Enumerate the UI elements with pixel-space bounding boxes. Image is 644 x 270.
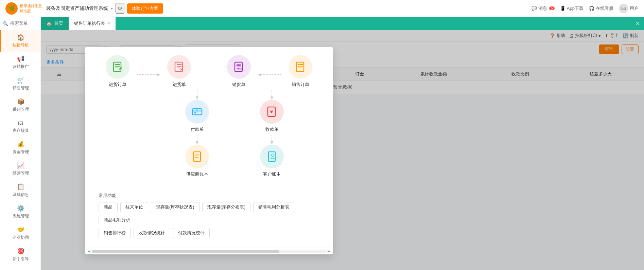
purchase-bill-circle	[167, 55, 191, 79]
guide-icon: 🎯	[17, 247, 24, 255]
func-btn-sales-rank[interactable]: 销售排行榜	[99, 228, 131, 238]
home-icon: 🏠	[17, 34, 24, 41]
flow-node-sales-bill[interactable]: 销货单	[220, 55, 258, 88]
tab-sales-order[interactable]: 销售订单执行表 ×	[69, 17, 116, 30]
supplier-ledger-circle	[185, 145, 209, 168]
flow-node-payment[interactable]: ¥ 付款单	[173, 100, 221, 132]
func-btn-stock-status[interactable]: 现存量(库存状况表)	[151, 202, 199, 212]
tab-close-icon[interactable]: ×	[108, 21, 110, 26]
operation-icon: 📈	[17, 162, 24, 169]
func-btn-product-gross[interactable]: 商品毛利分析	[99, 215, 135, 225]
scrollbar-thumb[interactable]	[92, 250, 279, 253]
sidebar-item-system[interactable]: ⚙️ 系统管理	[0, 201, 40, 222]
svg-marker-37	[271, 141, 273, 145]
func-btn-stock-dist[interactable]: 现存量(库存分布表)	[202, 202, 251, 212]
sidebar-item-enterprise[interactable]: 🤝 企业协同	[0, 222, 40, 244]
svg-marker-35	[196, 141, 198, 145]
func-btn-payment-stats[interactable]: 付款情况统计	[173, 228, 210, 238]
func-btn-sales-gross[interactable]: 销售毛利分析表	[253, 202, 294, 212]
inventory-icon: 🗂	[18, 119, 24, 126]
flow-node-customer-ledger[interactable]: 客户账本	[248, 145, 296, 177]
header-right: 💬 消息 5 📱 App下载 🎧 在线客服 Ea 用户	[532, 4, 639, 13]
search-icon: 🔍	[3, 21, 8, 26]
scroll-right-icon[interactable]: ▶	[328, 249, 330, 253]
arrow-1	[137, 66, 160, 77]
svg-marker-25	[196, 96, 198, 100]
svg-text:¥: ¥	[270, 109, 273, 114]
app-download-btn[interactable]: 📱 App下载	[560, 5, 584, 12]
sidebar-search[interactable]: 🔍 搜索菜单	[0, 17, 40, 30]
func-btn-receipt-stats[interactable]: 收款情况统计	[134, 228, 170, 238]
modal-box: 进货订单	[85, 47, 333, 254]
sales-order-circle	[289, 55, 312, 79]
flow-row-1: 进货订单	[99, 55, 319, 88]
payment-circle: ¥	[185, 100, 209, 124]
modal-content: 进货订单	[85, 47, 333, 248]
user-area[interactable]: Ea 用户	[619, 4, 639, 13]
sales-bill-circle	[227, 55, 251, 79]
headset-icon: 🎧	[589, 6, 594, 11]
system-icon: ⚙️	[17, 204, 24, 212]
svg-rect-20	[296, 62, 304, 72]
svg-text:¥: ¥	[196, 109, 198, 112]
system-dropdown-icon[interactable]: ▾	[111, 6, 113, 11]
modal-overlay[interactable]: 进货订单	[41, 30, 644, 270]
svg-rect-30	[194, 112, 196, 113]
sidebar-item-marketing[interactable]: 📢 营销推广	[0, 52, 40, 73]
svg-rect-6	[175, 62, 182, 72]
modal-scrollbar: ◀ ▶	[85, 248, 333, 254]
func-btns-row-2: 销售排行榜 收款情况统计 付款情况统计	[99, 228, 319, 238]
sidebar-item-quick-nav[interactable]: 🏠 快捷导航	[0, 30, 40, 52]
flow-node-purchase-bill[interactable]: 进货单	[160, 55, 198, 88]
message-icon: 💬	[532, 6, 537, 11]
flow-node-receipt[interactable]: ¥ 收款单	[248, 100, 296, 132]
basic-icon: 📋	[17, 183, 24, 191]
home-tab-icon: 🏠	[46, 21, 52, 26]
flow-diagram: 进货订单	[99, 55, 319, 180]
svg-marker-19	[258, 73, 261, 76]
trial-button[interactable]: 体验行业方案	[127, 3, 163, 14]
content-area: 🏠 首页 销售订单执行表 × ✕ ❓ 帮助 🖨 按模板打印 ▾	[41, 17, 644, 270]
sidebar-item-basic[interactable]: 📋 基础信息	[0, 180, 40, 201]
logo-area: 🌿 畅康通好生意 标准版	[5, 2, 46, 15]
close-all-tabs-btn[interactable]: ✕	[636, 20, 640, 27]
logo-text: 畅康通好生意 标准版	[20, 3, 42, 13]
tab-home[interactable]: 🏠 首页	[41, 17, 69, 30]
sidebar-item-operation[interactable]: 📈 经营管理	[0, 158, 40, 180]
flow-node-sales-order[interactable]: 销售订单	[281, 55, 319, 88]
scrollbar-track[interactable]	[92, 250, 326, 253]
func-btn-counterpart[interactable]: 往来单位	[120, 202, 148, 212]
marketing-icon: 📢	[17, 55, 24, 62]
finance-icon: 💰	[17, 140, 24, 148]
sidebar: 🔍 搜索菜单 🏠 快捷导航 📢 营销推广 🛒 销售管理 📦 采购管理 🗂 库存核…	[0, 17, 41, 270]
svg-marker-5	[157, 73, 160, 76]
scroll-left-icon[interactable]: ◀	[88, 249, 90, 253]
message-btn[interactable]: 💬 消息 5	[532, 5, 555, 12]
sidebar-item-guide[interactable]: 🎯 新手引导	[0, 244, 40, 265]
svg-rect-39	[193, 152, 194, 161]
flow-row-arrows-2	[99, 135, 319, 145]
sidebar-item-purchase[interactable]: 📦 采购管理	[0, 94, 40, 116]
arrow-2	[258, 66, 281, 77]
svg-rect-17	[238, 68, 242, 70]
customer-ledger-circle	[260, 145, 284, 168]
receipt-circle: ¥	[260, 100, 284, 124]
gear-button[interactable]: ⚙	[116, 3, 124, 14]
page-content: ❓ 帮助 🖨 按模板打印 ▾ ⬆ 导出 🔄 刷新	[41, 30, 644, 270]
message-badge: 5	[549, 6, 555, 10]
flow-node-supplier-ledger[interactable]: 供应商账本	[173, 145, 221, 177]
flow-node-purchase-order[interactable]: 进货订单	[99, 55, 137, 88]
flow-row-arrows	[99, 90, 319, 100]
purchase-icon: 📦	[17, 98, 24, 105]
main-layout: 🔍 搜索菜单 🏠 快捷导航 📢 营销推广 🛒 销售管理 📦 采购管理 🗂 库存核…	[0, 17, 644, 270]
online-service-btn[interactable]: 🎧 在线客服	[589, 5, 613, 12]
sidebar-item-finance[interactable]: 💰 资金管理	[0, 137, 40, 158]
sidebar-item-inventory[interactable]: 🗂 库存核算	[0, 116, 40, 137]
flow-row-2: ¥ 付款单 ¥ 收款单	[99, 100, 319, 132]
svg-rect-0	[114, 62, 121, 72]
header: 🌿 畅康通好生意 标准版 装备及固定资产辅助管理系统 ▾ ⚙ 体验行业方案 💬 …	[0, 0, 644, 17]
func-btn-product[interactable]: 商品	[99, 202, 118, 212]
sidebar-item-sales[interactable]: 🛒 销售管理	[0, 73, 40, 94]
tabs-bar: 🏠 首页 销售订单执行表 × ✕	[41, 17, 644, 30]
svg-point-45	[271, 154, 274, 157]
